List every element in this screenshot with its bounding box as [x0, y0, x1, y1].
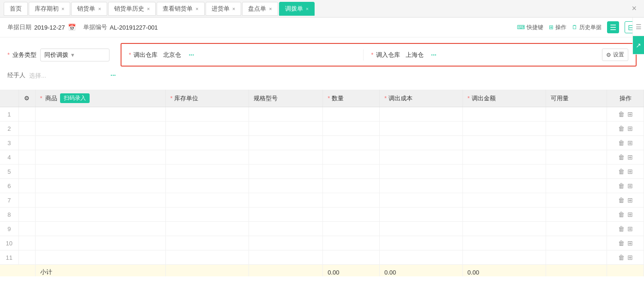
table-row: 6 🗑⊞: [0, 179, 644, 193]
copy-icon-6[interactable]: ⊞: [627, 182, 633, 189]
tab-purchase-close[interactable]: ×: [232, 6, 235, 12]
cell-index-8: 8: [0, 208, 18, 222]
delete-icon-6[interactable]: 🗑: [618, 182, 625, 189]
subtotal-quantity: 0.00: [323, 265, 380, 277]
table-row: 1 🗑 ⊞: [0, 107, 644, 122]
tab-transfer[interactable]: 调拨单 ×: [279, 2, 315, 16]
tab-purchase[interactable]: 进货单 ×: [206, 2, 241, 16]
keyboard-icon: ⌨: [517, 24, 525, 31]
delete-icon-5[interactable]: 🗑: [618, 168, 625, 175]
cell-spec-1: [249, 107, 323, 122]
warehouse-in-more[interactable]: ···: [431, 51, 437, 59]
th-amount-label: 调出金额: [472, 95, 496, 102]
chevron-down-icon: ▼: [70, 52, 75, 58]
th-quantity-label: 数量: [332, 95, 344, 102]
tab-sales-history-close[interactable]: ×: [147, 6, 150, 12]
product-required-star: *: [40, 95, 43, 102]
tab-sales-order-label: 销货单: [77, 5, 95, 13]
warehouse-in-value: 上海仓: [406, 51, 424, 59]
tab-inventory[interactable]: 盘点单 ×: [242, 2, 278, 16]
tab-home[interactable]: 首页: [4, 2, 28, 16]
form-area: * 业务类型 同价调拨 ▼ * 调出仓库 北京仓 ···: [0, 37, 644, 90]
warehouse-divider: [363, 49, 364, 61]
cell-amount-2: [462, 122, 546, 136]
copy-icon-1[interactable]: ⊞: [627, 110, 633, 118]
delete-icon-11[interactable]: 🗑: [618, 254, 625, 261]
handler-field: 经手人 ···: [7, 71, 116, 79]
code-label: 单据编号: [83, 23, 107, 31]
subtotal-row: 小计 0.00 0.00 0.00: [0, 265, 644, 277]
tab-inventory-init[interactable]: 库存期初 ×: [29, 2, 70, 16]
copy-icon-9[interactable]: ⊞: [627, 225, 633, 232]
copy-icon-5[interactable]: ⊞: [627, 168, 633, 175]
code-value: AL-20191227-001: [110, 24, 158, 31]
delete-icon-3[interactable]: 🗑: [618, 139, 625, 146]
warehouse-out-more[interactable]: ···: [188, 51, 194, 59]
cell-product-2[interactable]: [35, 122, 165, 136]
business-type-select[interactable]: 同价调拨 ▼: [40, 49, 109, 61]
cell-spec-2: [249, 122, 323, 136]
business-type-value: 同价调拨: [44, 51, 68, 59]
history-btn[interactable]: 🗒 历史单据: [572, 24, 601, 31]
cell-index-10: 10: [0, 236, 18, 250]
tab-inventory-init-close[interactable]: ×: [61, 6, 64, 12]
tab-transfer-close[interactable]: ×: [306, 6, 309, 12]
copy-icon-11[interactable]: ⊞: [627, 254, 633, 261]
handler-input[interactable]: [29, 72, 107, 79]
table-container: ⚙ * 商品 扫码录入 * 库存单位 规格型号 *: [0, 90, 644, 276]
tab-view-sales-close[interactable]: ×: [195, 6, 198, 12]
copy-icon-8[interactable]: ⊞: [627, 211, 633, 218]
th-quantity: * 数量: [323, 90, 380, 107]
handler-more[interactable]: ···: [110, 72, 116, 79]
delete-icon-1[interactable]: 🗑: [618, 110, 625, 118]
right-tool-export[interactable]: ↗: [633, 36, 644, 55]
warehouse-section: * 调出仓库 北京仓 ··· * 调入仓库 上海仓 ··· ⚙: [121, 43, 637, 67]
cell-product-1[interactable]: [35, 107, 165, 122]
subtotal-available: [546, 265, 607, 277]
delete-icon-2[interactable]: 🗑: [618, 125, 625, 132]
form-row-2: 经手人 ···: [7, 71, 637, 79]
settings-button[interactable]: ⚙ 设置: [602, 49, 628, 61]
quick-key-btn[interactable]: ⌨ 快捷键: [517, 24, 543, 31]
right-tool-list[interactable]: ☰: [633, 18, 644, 36]
warehouse-in-field: * 调入仓库 上海仓 ···: [371, 51, 598, 59]
delete-icon-9[interactable]: 🗑: [618, 225, 625, 232]
tab-sales-order-close[interactable]: ×: [98, 6, 101, 12]
copy-icon-2[interactable]: ⊞: [627, 125, 633, 132]
delete-icon-7[interactable]: 🗑: [618, 196, 625, 204]
list-view-btn[interactable]: ☰: [607, 21, 619, 33]
copy-icon-4[interactable]: ⊞: [627, 153, 633, 161]
copy-icon-3[interactable]: ⊞: [627, 139, 633, 146]
subtotal-amount: 0.00: [462, 265, 546, 277]
tab-sales-order[interactable]: 销货单 ×: [71, 2, 107, 16]
table-row: 8 🗑⊞: [0, 208, 644, 222]
warehouse-out-field: * 调出仓库 北京仓 ···: [129, 51, 356, 59]
th-gear[interactable]: ⚙: [18, 90, 35, 107]
scan-button[interactable]: 扫码录入: [60, 93, 90, 103]
tab-sales-history[interactable]: 销货单历史 ×: [108, 2, 156, 16]
delete-icon-8[interactable]: 🗑: [618, 211, 625, 218]
copy-icon-10[interactable]: ⊞: [627, 239, 633, 247]
tab-view-sales[interactable]: 查看销货单 ×: [157, 2, 204, 16]
unit-required-star: *: [170, 95, 173, 102]
th-unit: * 库存单位: [165, 90, 249, 107]
delete-icon-4[interactable]: 🗑: [618, 153, 625, 161]
tab-inventory-init-label: 库存期初: [35, 5, 59, 13]
cell-index-1: 1: [0, 107, 18, 122]
cell-available-2: [546, 122, 607, 136]
calendar-icon[interactable]: 📅: [68, 24, 76, 31]
copy-icon-7[interactable]: ⊞: [627, 196, 633, 204]
app-close-button[interactable]: ×: [628, 4, 640, 13]
tab-inventory-close[interactable]: ×: [269, 6, 272, 12]
warehouse-out-label: * 调出仓库: [129, 51, 158, 59]
table-row: 7 🗑⊞: [0, 193, 644, 208]
cell-available-1: [546, 107, 607, 122]
date-field: 单据日期 2019-12-27 📅: [7, 23, 76, 31]
table-row: 9 🗑⊞: [0, 222, 644, 236]
quick-key-label: 快捷键: [527, 24, 543, 31]
subtotal-label-cell: [0, 265, 35, 277]
operations-btn[interactable]: ⊞ 操作: [549, 24, 566, 31]
tab-transfer-label: 调拨单: [285, 5, 303, 13]
delete-icon-10[interactable]: 🗑: [618, 239, 625, 247]
table-row: 3 🗑⊞: [0, 136, 644, 150]
